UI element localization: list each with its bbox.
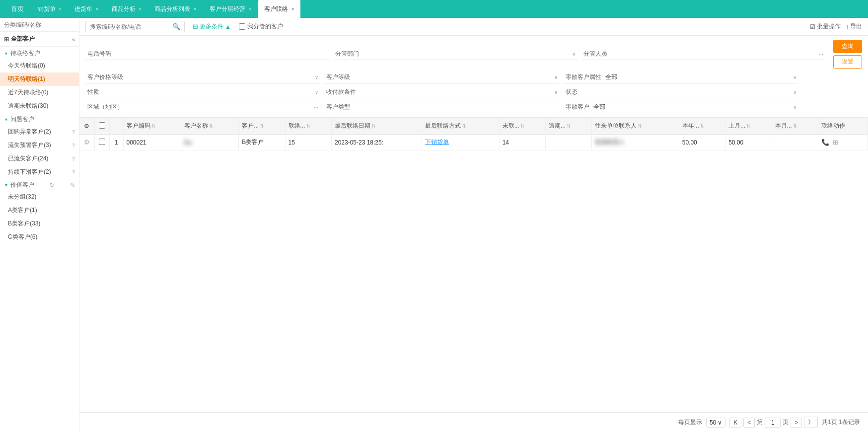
help-icon[interactable]: ? — [72, 129, 75, 135]
filter-row-1: 电话号码 分管部门 ∨ 分管人员 ··· 查询 设置 — [85, 40, 862, 69]
chevron-down-icon[interactable]: ∨ — [793, 104, 796, 110]
col-last-month-header[interactable]: 上月...⇅ — [725, 118, 772, 135]
sidebar-item-c-class[interactable]: C类客户(6) — [0, 230, 79, 244]
col-code-header[interactable]: 客户编码⇅ — [123, 118, 181, 135]
sidebar-item-b-class[interactable]: B类客户(33) — [0, 217, 79, 230]
sidebar-item-declining[interactable]: 持续下滑客户(2) ? — [0, 165, 79, 179]
col-unit-contact-header[interactable]: 往来单位联系人⇅ — [592, 118, 679, 135]
search-input[interactable] — [90, 23, 170, 30]
sidebar-item-7days[interactable]: 近7天待联络(0) — [0, 86, 79, 99]
sort-icon: ⇅ — [151, 123, 155, 129]
phone-icon[interactable]: 📞 — [821, 139, 829, 146]
chevron-down-icon: ∨ — [718, 419, 722, 426]
filter-person: 分管人员 ··· — [581, 48, 825, 60]
per-page-select[interactable]: 50 ∨ — [706, 418, 725, 428]
page-number-input[interactable] — [765, 418, 781, 428]
chevron-down-icon[interactable]: ∨ — [572, 51, 576, 57]
sidebar-item-ungrouped[interactable]: 未分组(32) — [0, 190, 79, 204]
batch-ops-btn[interactable]: ☑ 批量操作 — [810, 22, 841, 31]
col-contacts-header[interactable]: 联络...⇅ — [285, 118, 331, 135]
settings-icon[interactable]: ⚙ — [84, 139, 90, 146]
col-settings-header: ⚙ — [79, 118, 94, 135]
help-icon[interactable]: ? — [72, 169, 75, 175]
chevron-down-icon[interactable]: ∨ — [315, 74, 318, 80]
filter-retail-attr-label: 零散客户属性 — [566, 73, 601, 81]
sidebar-item-overdue[interactable]: 逾期未联络(30) — [0, 99, 79, 113]
group-value-customers[interactable]: ▼ 价值客户 ↻ ✎ — [0, 179, 79, 190]
sidebar-item-tomorrow[interactable]: 明天待联络(1) — [0, 72, 79, 86]
filter-retail-customer-label: 零散客户 — [566, 103, 589, 111]
group-problem-customers[interactable]: ▼ 问题客户 — [0, 113, 79, 125]
settings-button[interactable]: 设置 — [833, 55, 862, 69]
chevron-down-icon[interactable]: ∨ — [793, 89, 796, 95]
nav-home[interactable]: 首页 — [4, 0, 31, 18]
query-button[interactable]: 查询 — [833, 40, 862, 53]
nav-tab-customer-tier[interactable]: 客户分层经营 × — [204, 0, 257, 18]
sidebar-search-input[interactable] — [4, 21, 78, 28]
row-unit-contact-cell: 某某联系人 — [592, 135, 679, 150]
col-this-month-header[interactable]: 本月...⇅ — [772, 118, 818, 135]
nav-tab-purchase[interactable]: 进货单 × — [69, 0, 104, 18]
select-all-checkbox[interactable] — [99, 122, 105, 129]
col-overdue-header[interactable]: 逾期...⇅ — [546, 118, 592, 135]
filter-retail-customer-value[interactable]: 全部 — [593, 103, 791, 111]
col-this-year-header[interactable]: 本年...⇅ — [679, 118, 725, 135]
col-num-header — [109, 118, 123, 135]
group-pending-contact[interactable]: ▼ 待联络客户 — [0, 47, 79, 59]
nav-tab-salelist[interactable]: 销货单 × — [32, 0, 68, 18]
next-page-btn[interactable]: > — [791, 418, 802, 428]
help-icon[interactable]: ? — [72, 156, 75, 162]
filter-row-4: 区域（地区） ··· 客户类型 零散客户 全部 ∨ — [85, 101, 862, 113]
sidebar-item-churned[interactable]: 已流失客户(24) ? — [0, 152, 79, 165]
col-unlinked-header[interactable]: 未联...⇅ — [499, 118, 545, 135]
all-customers-header[interactable]: ⊞ 全部客户 « — [0, 32, 79, 47]
chevron-down-icon[interactable]: ∨ — [315, 89, 318, 95]
row-last-date-cell: 2023-05-23 18:25: — [331, 135, 422, 150]
col-name-header[interactable]: 客户名称⇅ — [181, 118, 238, 135]
close-icon[interactable]: × — [59, 6, 62, 12]
col-last-method-header[interactable]: 最后联络方式⇅ — [422, 118, 499, 135]
filter-status-label: 状态 — [566, 88, 578, 96]
help-icon[interactable]: ? — [72, 143, 75, 148]
close-icon[interactable]: × — [248, 6, 251, 12]
sidebar-item-rebuy-abnormal[interactable]: 回购异常客户(2) ? — [0, 125, 79, 139]
row-checkbox[interactable] — [99, 139, 105, 145]
collapse-icon[interactable]: « — [72, 36, 75, 42]
filter-retail-attr-value[interactable]: 全部 — [605, 73, 791, 81]
more-icon[interactable]: ··· — [314, 104, 318, 110]
filter-more-btn[interactable]: ⊟ 更多条件 ▲ — [189, 21, 235, 32]
row-this-year-cell: 50.00 — [679, 135, 725, 150]
last-page-btn[interactable]: 》 — [804, 417, 818, 428]
sort-icon: ⇅ — [520, 123, 524, 129]
row-code-cell: 000021 — [123, 135, 181, 150]
grid-action-icon[interactable]: ⊞ — [833, 139, 838, 146]
my-customers-checkbox[interactable] — [239, 23, 245, 30]
prev-page-btn[interactable]: < — [743, 418, 755, 428]
col-type-header[interactable]: 客户...⇅ — [239, 118, 285, 135]
sidebar-item-a-class[interactable]: A类客户(1) — [0, 204, 79, 217]
more-icon[interactable]: ··· — [819, 51, 823, 57]
close-icon[interactable]: × — [291, 6, 294, 12]
nav-tab-customer-contact[interactable]: 客户联络 × — [258, 0, 300, 18]
col-checkbox-header — [94, 118, 109, 135]
close-icon[interactable]: × — [139, 6, 142, 12]
nav-tab-analysis[interactable]: 商品分析 × — [106, 0, 147, 18]
filter-person-label: 分管人员 — [583, 50, 607, 58]
sidebar-item-today[interactable]: 今天待联络(0) — [0, 59, 79, 72]
close-icon[interactable]: × — [95, 6, 98, 12]
chevron-down-icon[interactable]: ∨ — [793, 74, 796, 80]
chevron-down-icon[interactable]: ∨ — [554, 74, 558, 80]
my-customers-toggle[interactable]: 我分管的客户 — [239, 22, 283, 31]
refresh-icon[interactable]: ↻ — [50, 182, 55, 189]
col-last-date-header[interactable]: 最后联络日期⇅ — [331, 118, 422, 135]
sort-icon: ⇅ — [462, 123, 466, 129]
sidebar-item-churn-warning[interactable]: 流失预警客户(3) ? — [0, 139, 79, 152]
nav-tab-analysis-list[interactable]: 商品分析列表 × — [148, 0, 202, 18]
export-btn[interactable]: ↑ 导出 — [846, 22, 862, 31]
first-page-btn[interactable]: K — [729, 418, 741, 428]
chevron-down-icon[interactable]: ∨ — [554, 89, 558, 95]
close-icon[interactable]: × — [193, 6, 196, 12]
edit-icon[interactable]: ✎ — [70, 182, 75, 189]
last-method-link[interactable]: 下销货单 — [425, 139, 449, 145]
search-icon[interactable]: 🔍 — [172, 23, 180, 30]
